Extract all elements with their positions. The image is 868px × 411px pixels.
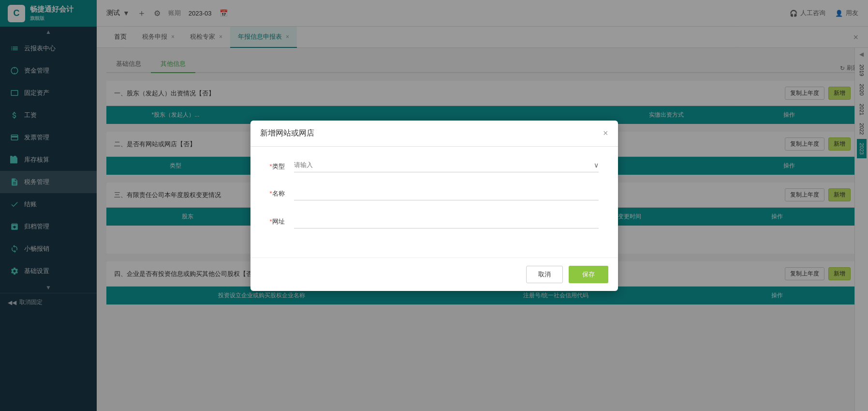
type-input[interactable]	[294, 161, 594, 168]
dialog-footer: 取消 保存	[250, 258, 618, 291]
name-label: *名称	[270, 189, 294, 198]
cancel-btn[interactable]: 取消	[526, 266, 563, 283]
save-btn[interactable]: 保存	[569, 266, 608, 283]
type-input-wrapper: ∨	[294, 161, 599, 172]
url-input[interactable]	[294, 215, 599, 228]
name-input[interactable]	[294, 187, 599, 200]
form-field-url: *网址	[270, 215, 599, 228]
type-dropdown-icon[interactable]: ∨	[594, 161, 599, 169]
dialog-header: 新增网站或网店 ×	[250, 121, 618, 147]
dialog-title: 新增网站或网店	[260, 128, 314, 138]
dialog-overlay: 新增网站或网店 × *类型 ∨ *名称	[0, 0, 868, 411]
form-field-type: *类型 ∨	[270, 161, 599, 172]
dialog-close-btn[interactable]: ×	[603, 128, 608, 138]
url-label: *网址	[270, 217, 294, 226]
add-website-dialog: 新增网站或网店 × *类型 ∨ *名称	[250, 121, 618, 291]
form-field-name: *名称	[270, 187, 599, 200]
dialog-body: *类型 ∨ *名称 *网址	[250, 147, 618, 258]
type-label: *类型	[270, 162, 294, 171]
